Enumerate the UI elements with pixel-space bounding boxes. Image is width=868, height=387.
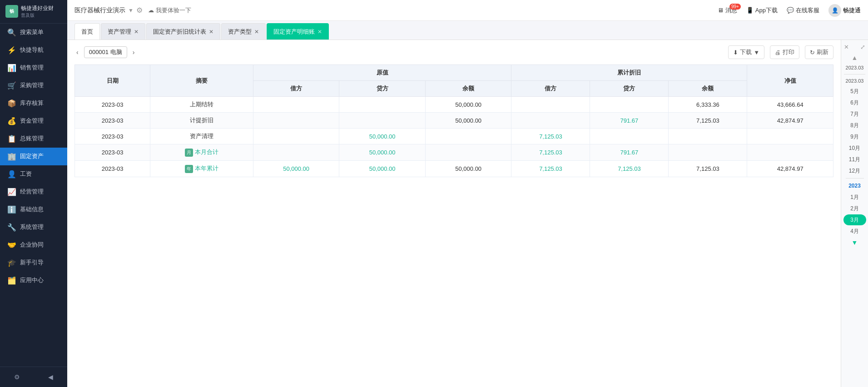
sidebar-item-enterprise[interactable]: 🤝企业协同 bbox=[0, 236, 67, 254]
cell-yuan-balance bbox=[425, 129, 511, 144]
sidebar-item-sales[interactable]: 📊销售管理 bbox=[0, 59, 67, 77]
prev-asset-btn[interactable]: ‹ bbox=[74, 47, 80, 58]
sidebar-item-funds[interactable]: 💰资金管理 bbox=[0, 112, 67, 130]
tab-depreciation-table[interactable]: 固定资产折旧统计表✕ bbox=[146, 23, 220, 40]
collapse-icon[interactable]: ◀ bbox=[45, 371, 56, 383]
topbar-settings-icon[interactable]: ⚙ bbox=[136, 6, 143, 15]
cell-summary: 年本年累计 bbox=[150, 161, 253, 177]
tab-close-asset-mgmt[interactable]: ✕ bbox=[134, 29, 139, 35]
tab-close-depreciation-table[interactable]: ✕ bbox=[209, 29, 213, 35]
app-download-btn[interactable]: 📱 App下载 bbox=[746, 6, 778, 15]
sidebar-item-system[interactable]: 🔧系统管理 bbox=[0, 218, 67, 236]
asset-nav: ‹ 000001 电脑 › ⬇ 下载 ▼ 🖨 打印 ↻ 刷新 bbox=[74, 45, 833, 59]
cal-year-top2: 2023.03 bbox=[842, 76, 868, 85]
topbar-company[interactable]: 医疗器械行业演示 ▼ ⚙ bbox=[74, 6, 143, 15]
sidebar-item-operations[interactable]: 📈经营管理 bbox=[0, 183, 67, 201]
sidebar-item-search[interactable]: 🔍搜索菜单 bbox=[0, 24, 67, 41]
sidebar-label-app-center: 应用中心 bbox=[20, 276, 44, 284]
panel-close-btn[interactable]: ✕ bbox=[844, 44, 849, 50]
cal-month-item[interactable]: 2月 bbox=[843, 203, 866, 214]
sidebar-menu: 🔍搜索菜单⚡快捷导航📊销售管理🛒采购管理📦库存核算💰资金管理📋总账管理🏢固定资产… bbox=[0, 24, 67, 367]
sidebar-item-basic-info[interactable]: ℹ️基础信息 bbox=[0, 201, 67, 218]
inventory-icon: 📦 bbox=[7, 99, 16, 108]
cell-net-value: 43,666.64 bbox=[747, 97, 833, 113]
system-icon: 🔧 bbox=[7, 223, 16, 232]
settings-icon[interactable]: ⚙ bbox=[11, 371, 23, 383]
sidebar-item-ledger[interactable]: 📋总账管理 bbox=[0, 130, 67, 148]
cell-summary: 计提折旧 bbox=[150, 113, 253, 129]
cell-yuan-credit bbox=[339, 97, 426, 113]
calendar-down-btn[interactable]: ▼ bbox=[841, 237, 868, 248]
download-icon: ⬇ bbox=[733, 49, 738, 56]
summary-icon: 月 bbox=[185, 149, 193, 157]
cell-acc-balance: 7,125.03 bbox=[669, 161, 747, 177]
cal-year-label: 2023 bbox=[843, 180, 866, 191]
col-credit-1: 贷方 bbox=[339, 81, 426, 97]
sidebar-item-inventory[interactable]: 📦库存核算 bbox=[0, 94, 67, 112]
cal-month-item[interactable]: 9月 bbox=[843, 131, 866, 142]
cell-acc-debit: 7,125.03 bbox=[511, 129, 590, 144]
sidebar-item-app-center[interactable]: 🗂️应用中心 bbox=[0, 272, 67, 289]
tab-close-asset-detail[interactable]: ✕ bbox=[317, 29, 322, 35]
company-name: 医疗器械行业演示 bbox=[74, 6, 125, 15]
cal-month-item[interactable]: 3月 bbox=[843, 214, 866, 225]
panel-expand-btn[interactable]: ⤢ bbox=[860, 44, 865, 50]
cal-month-item[interactable]: 5月 bbox=[843, 86, 866, 97]
customer-service-btn[interactable]: 💬 在线客服 bbox=[787, 6, 819, 15]
cell-net-value bbox=[747, 144, 833, 161]
tab-home[interactable]: 首页 bbox=[74, 23, 100, 40]
sidebar-label-purchase: 采购管理 bbox=[20, 81, 44, 89]
cal-month-item[interactable]: 10月 bbox=[843, 143, 866, 154]
notification-btn[interactable]: 🖥 消息 99+ bbox=[718, 6, 737, 15]
basic-info-icon: ℹ️ bbox=[7, 205, 16, 214]
tab-label-depreciation-table: 固定资产折旧统计表 bbox=[153, 28, 206, 36]
user-menu[interactable]: 👤 畅捷通 bbox=[828, 4, 861, 17]
tab-asset-mgmt[interactable]: 资产管理✕ bbox=[101, 23, 145, 40]
print-btn[interactable]: 🖨 打印 bbox=[770, 45, 799, 59]
tab-asset-type[interactable]: 资产类型✕ bbox=[221, 23, 266, 40]
cal-month-item[interactable]: 8月 bbox=[843, 120, 866, 131]
calendar-up-btn[interactable]: ▲ bbox=[841, 52, 868, 63]
next-asset-btn[interactable]: › bbox=[131, 47, 137, 58]
logo-icon: 畅 bbox=[5, 5, 18, 18]
cell-summary: 资产清理 bbox=[150, 129, 253, 144]
sales-icon: 📊 bbox=[7, 64, 16, 72]
sidebar-logo: 畅 畅捷通好业财 普及版 bbox=[0, 0, 67, 24]
col-original-value: 原值 bbox=[253, 65, 511, 81]
download-btn[interactable]: ⬇ 下载 ▼ bbox=[728, 45, 764, 59]
cell-yuan-credit: 50,000.00 bbox=[339, 129, 426, 144]
tab-asset-detail[interactable]: 固定资产明细账✕ bbox=[267, 23, 329, 40]
cell-acc-debit: 7,125.03 bbox=[511, 161, 590, 177]
col-balance-2: 余额 bbox=[669, 81, 747, 97]
cell-yuan-debit bbox=[253, 129, 339, 144]
sidebar-item-wages[interactable]: 👤工资 bbox=[0, 165, 67, 183]
sidebar-label-funds: 资金管理 bbox=[20, 117, 44, 125]
refresh-btn[interactable]: ↻ 刷新 bbox=[805, 45, 833, 59]
cell-yuan-credit bbox=[339, 113, 426, 129]
sidebar-label-wages: 工资 bbox=[20, 170, 32, 178]
cell-yuan-balance: 50,000.00 bbox=[425, 97, 511, 113]
asset-tag[interactable]: 000001 电脑 bbox=[84, 46, 127, 58]
cell-summary: 月本月合计 bbox=[150, 144, 253, 161]
col-debit-2: 借方 bbox=[511, 81, 590, 97]
summary-icon: 年 bbox=[185, 165, 193, 173]
col-debit-1: 借方 bbox=[253, 81, 339, 97]
tab-close-asset-type[interactable]: ✕ bbox=[254, 29, 259, 35]
sidebar-item-quick-nav[interactable]: ⚡快捷导航 bbox=[0, 41, 67, 59]
cell-acc-credit bbox=[590, 97, 669, 113]
cal-month-item[interactable]: 7月 bbox=[843, 109, 866, 119]
cal-month-item[interactable]: 11月 bbox=[843, 154, 866, 165]
operations-icon: 📈 bbox=[7, 188, 16, 196]
cal-month-item[interactable]: 1月 bbox=[843, 192, 866, 203]
cal-month-item[interactable]: 4月 bbox=[843, 226, 866, 237]
cal-month-item[interactable]: 12月 bbox=[843, 165, 866, 176]
sidebar-item-purchase[interactable]: 🛒采购管理 bbox=[0, 77, 67, 94]
sidebar-item-fixed-assets[interactable]: 🏢固定资产 bbox=[0, 148, 67, 165]
col-date: 日期 bbox=[75, 65, 150, 97]
cal-month-item[interactable]: 6月 bbox=[843, 97, 866, 108]
experience-btn[interactable]: ☁ 我要体验一下 bbox=[148, 6, 191, 15]
sidebar-item-tutorial[interactable]: 🎓新手引导 bbox=[0, 254, 67, 272]
search-icon: 🔍 bbox=[7, 28, 16, 37]
calendar-panel: ✕ ⤢ ▲ 2023.03 2023.03 5月6月7月8月9月10月11月12… bbox=[841, 40, 868, 387]
company-dropdown-icon[interactable]: ▼ bbox=[128, 7, 134, 14]
